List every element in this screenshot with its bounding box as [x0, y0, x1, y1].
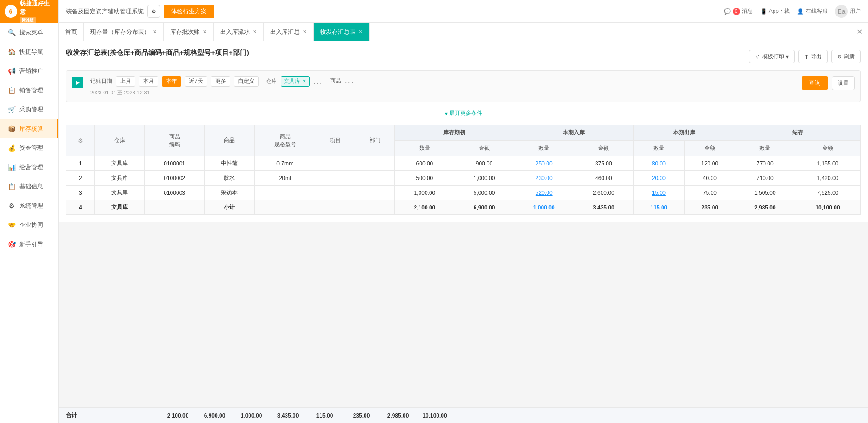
cell-project [315, 186, 355, 200]
sidebar-icon-search: 🔍 [7, 28, 16, 37]
footer-label: 合计 [66, 412, 77, 419]
online-service-item[interactable]: 👤 在线客服 [797, 7, 828, 15]
print-btn[interactable]: 🖨 模板打印 ▾ [749, 50, 795, 63]
cell-in-qty[interactable]: 1,000.00 [514, 200, 574, 215]
sidebar-item-inventory[interactable]: 📦 库存核算 [0, 119, 58, 138]
settings-button[interactable]: ⚙ [147, 5, 160, 18]
sidebar-item-quicknav[interactable]: 🏠 快捷导航 [0, 42, 58, 61]
cell-out-qty[interactable]: 20.00 [633, 171, 684, 186]
sidebar-item-system[interactable]: ⚙ 系统管理 [0, 196, 58, 215]
date-btn-this-month[interactable]: 本月 [139, 76, 158, 87]
user-item[interactable]: Ea 用户 [835, 5, 861, 18]
cell-bal-qty: 2,985.00 [735, 200, 795, 215]
sidebar-item-enterprise[interactable]: 🤝 企业协同 [0, 215, 58, 235]
phone-icon: 📱 [760, 8, 767, 15]
query-btn[interactable]: 查询 [802, 76, 828, 90]
message-item[interactable]: 💬 6 消息 [724, 7, 753, 15]
cell-out-qty[interactable]: 115.00 [633, 200, 684, 215]
cell-no: 3 [66, 186, 95, 200]
sidebar-item-sales[interactable]: 📋 销售管理 [0, 81, 58, 100]
sidebar-item-finance[interactable]: 💰 资金管理 [0, 138, 58, 158]
tab-home[interactable]: 首页 [59, 23, 84, 41]
sidebar-item-purchase[interactable]: 🛒 采购管理 [0, 100, 58, 119]
cell-in-qty[interactable]: 230.00 [514, 171, 574, 186]
topbar-left: 装备及固定资产辅助管理系统 ⚙ 体验行业方案 [66, 5, 214, 18]
sidebar-item-marketing[interactable]: 📢 营销推广 [0, 61, 58, 81]
sidebar-label-inventory: 库存核算 [19, 125, 43, 133]
sidebar-label-system: 系统管理 [19, 202, 43, 210]
footer-open-amt: 6,900.00 [196, 412, 233, 419]
expand-label: 展开更多条件 [449, 110, 482, 117]
cell-no: 2 [66, 171, 95, 186]
table-row: 2文具库0100002胶水20ml500.001,000.00230.00460… [66, 171, 861, 186]
date-btn-more[interactable]: 更多 [211, 76, 230, 87]
print-icon: 🖨 [755, 54, 760, 60]
export-icon: ⬆ [804, 54, 809, 60]
col-open-qty-header: 数量 [395, 141, 454, 156]
app-download-label: App下载 [769, 7, 790, 15]
table-row: 1文具库0100001中性笔0.7mm600.00900.00250.00375… [66, 156, 861, 171]
experience-btn[interactable]: 体验行业方案 [164, 5, 214, 18]
cell-goods: 中性笔 [205, 156, 255, 171]
tab-batch[interactable]: 库存批次账✕ [164, 23, 214, 41]
date-btn-7days[interactable]: 近7天 [185, 76, 207, 87]
cell-open-amt: 900.00 [454, 156, 514, 171]
user-label: 用户 [850, 7, 861, 15]
cell-open-qty: 2,100.00 [395, 200, 454, 215]
user-avatar: Ea [835, 5, 848, 18]
expand-bar[interactable]: ▾ 展开更多条件 [66, 108, 861, 119]
filter-settings-btn[interactable]: 设置 [832, 76, 855, 90]
footer-cells: 2,100.00 6,900.00 1,000.00 3,435.00 115.… [86, 412, 453, 419]
sidebar-icon-enterprise: 🤝 [7, 221, 16, 229]
warehouse-more-btn[interactable]: ... [313, 77, 323, 86]
date-btn-last-month[interactable]: 上月 [116, 76, 135, 87]
cell-in-amt: 460.00 [574, 171, 633, 186]
cell-out-qty[interactable]: 80.00 [633, 156, 684, 171]
warehouse-label: 仓库 [266, 77, 277, 85]
sidebar-icon-sales: 📋 [7, 86, 16, 94]
cell-in-qty[interactable]: 250.00 [514, 156, 574, 171]
goods-label: 商品 [330, 77, 341, 85]
cell-dept [355, 171, 394, 186]
tab-flow[interactable]: 出入库流水✕ [214, 23, 264, 41]
tab-close-inventory-dist[interactable]: ✕ [153, 29, 157, 35]
sidebar-label-basic: 基础信息 [19, 182, 43, 191]
tab-close-flow[interactable]: ✕ [253, 29, 257, 35]
cell-in-qty[interactable]: 520.00 [514, 186, 574, 200]
close-all-tabs-button[interactable]: ✕ [851, 27, 868, 36]
sidebar-item-search[interactable]: 🔍 搜索菜单 [0, 23, 58, 42]
refresh-btn[interactable]: ↻ 刷新 [831, 50, 861, 63]
app-download-item[interactable]: 📱 App下载 [760, 7, 790, 15]
col-open-amt-header: 金额 [454, 141, 514, 156]
col-out-amt-header: 金额 [684, 141, 735, 156]
date-btn-this-year[interactable]: 本年 [162, 76, 181, 87]
expand-icon: ▾ [445, 110, 448, 117]
tab-summary-io[interactable]: 出入库汇总✕ [264, 23, 314, 41]
tab-close-summary-io[interactable]: ✕ [303, 29, 307, 35]
cell-in-amt: 375.00 [574, 156, 633, 171]
data-table: ⚙ 仓库 商品编码 商品 商品规格型号 项目 部门 库存期初 本期入库 本期出库… [66, 125, 861, 215]
tab-close-batch[interactable]: ✕ [203, 29, 207, 35]
cell-bal-qty: 1,505.00 [735, 186, 795, 200]
sidebar-item-basic[interactable]: 📋 基础信息 [0, 177, 58, 196]
col-settings-header[interactable]: ⚙ [66, 125, 95, 156]
filter-collapse-btn[interactable]: ▶ [72, 77, 83, 88]
sidebar: 6 畅捷通好生意 标准版 🔍 搜索菜单 🏠 快捷导航 📢 营销推广 📋 销售管理… [0, 0, 59, 423]
tab-recv-send[interactable]: 收发存汇总表✕ [314, 23, 370, 41]
sidebar-icon-marketing: 📢 [7, 67, 16, 75]
goods-more-btn[interactable]: ... [345, 76, 354, 86]
date-btn-custom[interactable]: 自定义 [234, 76, 259, 87]
cell-dept [355, 186, 394, 200]
export-btn[interactable]: ⬆ 导出 [798, 50, 828, 63]
service-icon: 👤 [797, 8, 804, 15]
cell-goods: 胶水 [205, 171, 255, 186]
table-footer: 合计 2,100.00 6,900.00 1,000.00 3,435.00 1… [59, 407, 868, 423]
warehouse-tag-close[interactable]: ✕ [302, 78, 306, 84]
cell-out-qty[interactable]: 15.00 [633, 186, 684, 200]
tab-inventory-dist[interactable]: 现存量（库存分布表）✕ [84, 23, 164, 41]
sidebar-item-operations[interactable]: 📊 经营管理 [0, 158, 58, 177]
cell-dept [355, 156, 394, 171]
sidebar-item-newbie[interactable]: 🎯 新手引导 [0, 235, 58, 254]
logo-tag: 标准版 [20, 17, 36, 24]
tab-close-recv-send[interactable]: ✕ [359, 29, 363, 35]
